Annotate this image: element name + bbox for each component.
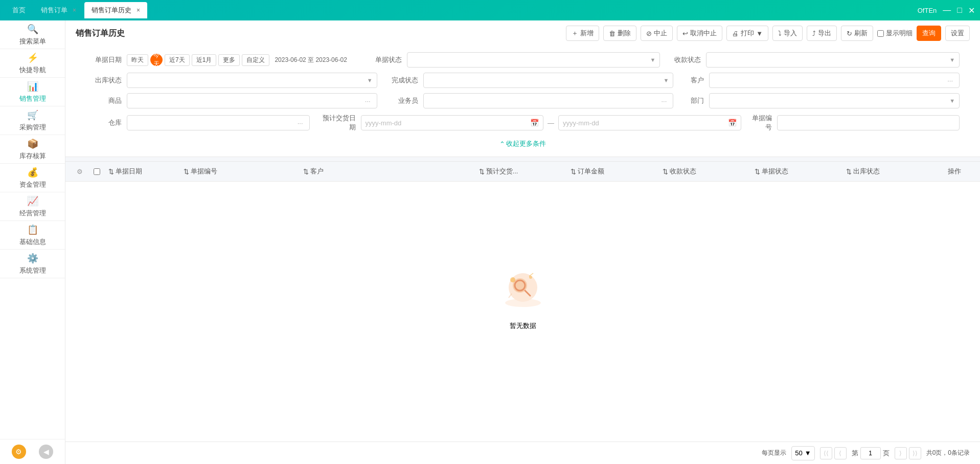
empty-icon [497,262,549,313]
date-range-text: 2023-06-02 至 2023-06-02 [275,56,347,64]
table-select-all[interactable] [89,168,104,175]
tab-home[interactable]: 首页 [5,2,33,18]
sidebar-volume-icon[interactable]: ◀ [39,445,53,459]
settings-label: 设置 [951,29,964,38]
sidebar-item-system[interactable]: ⚙️ 系统管理 [0,250,65,278]
tab-sales-order-close[interactable]: × [73,7,76,14]
last-page-button[interactable]: ⟩⟩ [909,447,921,459]
calendar-icon-2: 📅 [728,119,737,127]
per-page-select[interactable]: 50 ▼ [791,446,814,460]
page-number-input[interactable] [860,447,881,459]
refresh-button[interactable]: ↻ 刷新 [841,26,873,41]
close-window-icon[interactable]: — [943,6,951,15]
th-action-label: 操作 [948,167,961,175]
import-button[interactable]: ⤵ 导入 [772,26,803,41]
dept-select[interactable]: ▼ [709,93,960,108]
th-ship-status[interactable]: ⇅ 出库状态 [842,167,934,176]
tab-home-label: 首页 [12,6,26,15]
ship-out-select[interactable]: ▼ [127,73,377,88]
filter-area: 单据日期 昨天 今天 近7天 近1月 更多 自定义 2023-06-02 至 2… [76,46,970,157]
sidebar-item-purchase-mgmt[interactable]: 🛒 采购管理 [0,106,65,135]
empty-text: 暂无数据 [510,321,536,330]
delete-icon: 🗑 [609,30,616,37]
th-customer[interactable]: ⇅ 客户 [299,167,474,176]
order-num-input[interactable] [777,115,960,130]
date-btn-more[interactable]: 更多 [218,54,240,66]
date-btn-7days[interactable]: 近7天 [165,54,190,66]
display-toggle[interactable]: 显示明细 [877,29,913,38]
close-app-icon[interactable]: ✕ [968,6,975,15]
pay-status-label: 收款状态 [670,55,706,64]
th-date[interactable]: ⇅ 单据日期 [104,167,179,176]
page-label: 第 [852,449,858,458]
sidebar-bottom: ⚙ ◀ [0,439,65,464]
settings-button[interactable]: 设置 [945,26,970,41]
th-order-status-label: 单据状态 [762,167,788,176]
table-gear-icon[interactable]: ⚙ [71,168,89,175]
sidebar-item-inventory[interactable]: 📦 库存核算 [0,135,65,164]
main-layout: 🔍 搜索菜单 ⚡ 快捷导航 📊 销售管理 🛒 采购管理 📦 库存核算 💰 资金管… [0,20,980,464]
table-area: ⚙ ⇅ 单据日期 ⇅ 单据编号 ⇅ 客户 ⇅ 预计交货. [65,161,980,441]
sidebar-item-purchase-mgmt-label: 采购管理 [19,123,46,132]
th-delivery[interactable]: ⇅ 预计交货... [475,167,567,176]
order-status-select[interactable]: ▼ [407,52,660,68]
sidebar-item-finance[interactable]: 💰 资金管理 [0,164,65,192]
pay-status-select[interactable]: ▼ [706,52,960,68]
order-status-arrow: ▼ [650,57,655,63]
tab-sales-order[interactable]: 销售订单 × [34,2,83,18]
tab-sales-order-history[interactable]: 销售订单历史 × [84,2,147,18]
date-dash: — [548,119,554,127]
delete-label: 删除 [618,29,631,38]
complete-status-select[interactable]: ▼ [423,73,674,88]
new-icon: ＋ [572,29,578,38]
customer-select[interactable]: ··· [709,73,960,88]
display-toggle-checkbox[interactable] [877,30,884,37]
export-button[interactable]: ⤴ 导出 [807,26,837,41]
th-pay-status-sort-icon: ⇅ [663,168,668,175]
sidebar-item-finance-label: 资金管理 [19,180,46,189]
print-button[interactable]: 🖨 打印 ▼ [726,26,768,41]
sidebar-item-sales-mgmt[interactable]: 📊 销售管理 [0,78,65,106]
th-amount[interactable]: ⇅ 订单金额 [566,167,658,176]
sidebar-item-search-menu[interactable]: 🔍 搜索菜单 [0,20,65,49]
delete-button[interactable]: 🗑 删除 [603,26,636,41]
collapse-button[interactable]: ⌃ 收起更多条件 [86,137,960,150]
th-num-sort-icon: ⇅ [184,168,189,175]
sidebar-settings-icon[interactable]: ⚙ [12,445,26,459]
th-date-sort-icon: ⇅ [108,168,114,175]
calendar-icon-1: 📅 [530,119,539,127]
per-page-value: 50 [795,449,802,457]
tab-sales-order-history-close[interactable]: × [136,7,140,14]
minimize-window-icon[interactable]: □ [957,6,962,15]
th-delivery-sort-icon: ⇅ [479,168,485,175]
expected-date-from[interactable]: yyyy-mm-dd 📅 [361,115,544,130]
salesperson-dots[interactable]: ··· [659,97,669,105]
query-button[interactable]: 查询 [917,26,941,41]
expected-date-to[interactable]: yyyy-mm-dd 📅 [558,115,741,130]
sidebar-item-base-info[interactable]: 📋 基础信息 [0,221,65,250]
stop-button[interactable]: ⊘ 中止 [641,26,673,41]
next-page-button[interactable]: ⟩ [895,447,907,459]
th-order-status[interactable]: ⇅ 单据状态 [750,167,842,176]
salesperson-select[interactable]: ··· [423,93,674,108]
goods-dots[interactable]: ··· [363,97,373,105]
new-button[interactable]: ＋ 新增 [566,26,599,41]
cancel-stop-button[interactable]: ↩ 取消中止 [677,26,722,41]
date-btn-custom[interactable]: 自定义 [242,54,269,66]
date-btn-today[interactable]: 今天 [150,54,163,66]
warehouse-select[interactable]: ··· [127,115,310,130]
th-num[interactable]: ⇅ 单据编号 [179,167,299,176]
sidebar-item-quick-nav[interactable]: ⚡ 快捷导航 [0,49,65,78]
prev-page-button[interactable]: ⟨ [834,447,847,459]
customer-dots[interactable]: ··· [945,77,955,84]
first-page-button[interactable]: ⟨⟨ [820,447,832,459]
th-pay-status[interactable]: ⇅ 收款状态 [658,167,750,176]
goods-select[interactable]: ··· [127,93,377,108]
select-all-checkbox[interactable] [94,168,100,175]
date-btn-yesterday[interactable]: 昨天 [127,54,148,66]
th-pay-status-label: 收款状态 [670,167,696,176]
sidebar-item-operation[interactable]: 📈 经营管理 [0,192,65,221]
per-page-label: 每页显示 [762,449,786,457]
date-btn-1month[interactable]: 近1月 [192,54,217,66]
warehouse-dots[interactable]: ··· [295,119,305,127]
